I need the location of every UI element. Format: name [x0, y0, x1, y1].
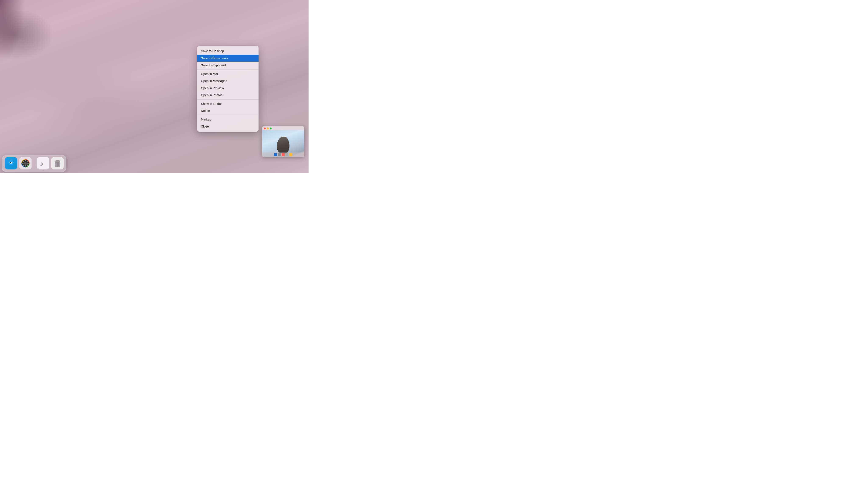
thumbnail-close-btn	[264, 128, 266, 129]
menu-item-save-desktop[interactable]: Save to Desktop	[197, 47, 258, 55]
thumbnail-dock	[262, 153, 304, 157]
svg-point-13	[27, 163, 29, 164]
dock-item-tweetbot[interactable]	[4, 157, 18, 170]
thumbnail-content	[262, 130, 304, 157]
thumbnail-zoom-btn	[270, 128, 272, 129]
svg-point-11	[25, 165, 26, 166]
svg-point-17	[23, 165, 24, 166]
svg-point-9	[24, 162, 27, 165]
thumbnail-dock-icon	[274, 153, 277, 156]
piezo-icon	[19, 157, 32, 169]
thumbnail-minimize-btn	[267, 128, 269, 129]
svg-point-4	[12, 162, 12, 163]
dock: ♪	[2, 155, 66, 172]
trash-icon	[51, 157, 64, 169]
thumbnail-dock-icon	[289, 153, 292, 156]
menu-item-show-finder[interactable]: Show in Finder	[197, 100, 258, 107]
dock-separator	[34, 158, 34, 169]
dock-item-trash[interactable]	[51, 157, 64, 170]
context-menu-section-save: Save to Desktop Save to Documents Save t…	[197, 47, 258, 69]
menu-item-open-messages[interactable]: Open in Messages	[197, 77, 258, 85]
menu-item-close[interactable]: Close	[197, 123, 258, 130]
menu-item-delete[interactable]: Delete	[197, 107, 258, 115]
svg-point-14	[23, 161, 24, 162]
context-menu-section-finder: Show in Finder Delete	[197, 99, 258, 115]
tweetbot-icon	[5, 157, 17, 169]
menu-item-open-photos[interactable]: Open in Photos	[197, 92, 258, 99]
dock-dot-music	[42, 170, 43, 171]
thumbnail-rock	[277, 137, 289, 154]
svg-point-0	[8, 160, 13, 165]
thumbnail-dock-icon	[278, 153, 281, 156]
context-menu-section-markup: Markup Close	[197, 115, 258, 131]
menu-item-open-preview[interactable]: Open in Preview	[197, 85, 258, 92]
thumbnail-dock-icon	[282, 153, 285, 156]
svg-point-16	[27, 161, 28, 162]
svg-point-12	[22, 163, 24, 164]
music-icon: ♪	[37, 157, 49, 169]
svg-point-3	[10, 162, 11, 163]
svg-text:♪: ♪	[40, 160, 43, 167]
menu-item-open-mail[interactable]: Open in Mail	[197, 70, 258, 77]
menu-item-markup[interactable]: Markup	[197, 116, 258, 123]
thumbnail-titlebar	[262, 126, 304, 130]
svg-rect-22	[56, 160, 59, 161]
screenshot-thumbnail	[262, 126, 304, 157]
dock-container: ♪	[0, 155, 309, 173]
thumbnail-dock-icon	[285, 153, 288, 156]
context-menu-section-open: Open in Mail Open in Messages Open in Pr…	[197, 69, 258, 99]
menu-item-save-documents[interactable]: Save to Documents	[197, 55, 258, 62]
svg-point-10	[25, 160, 26, 161]
menu-item-save-clipboard[interactable]: Save to Clipboard	[197, 62, 258, 69]
dock-item-music[interactable]: ♪	[36, 157, 50, 170]
context-menu: Save to Desktop Save to Documents Save t…	[197, 46, 258, 132]
dock-item-piezo[interactable]	[19, 157, 32, 170]
svg-point-15	[27, 165, 28, 166]
svg-point-6	[11, 160, 11, 160]
